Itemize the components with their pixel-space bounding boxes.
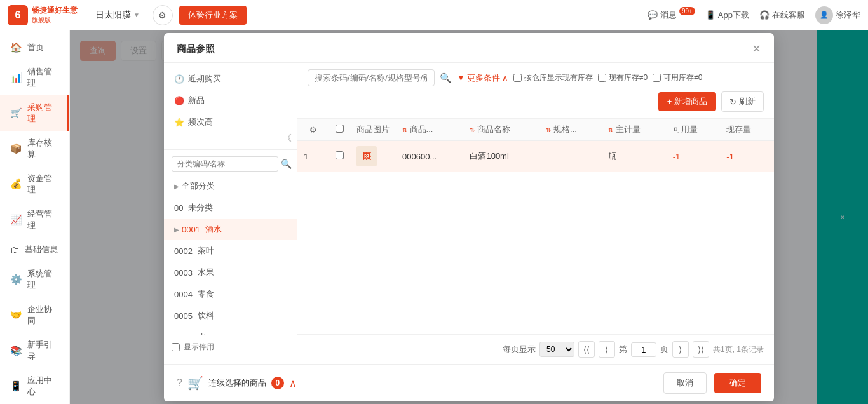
next-page-button[interactable]: ⟩ <box>672 341 689 358</box>
sort-icon-spec: ⇅ <box>546 126 551 133</box>
first-page-button[interactable]: ⟨⟨ <box>578 341 595 358</box>
app-icon: 📱 <box>10 380 22 392</box>
cat-0001-code: 0001 <box>182 225 200 234</box>
new-items-item[interactable]: 🔴 新品 <box>164 90 297 111</box>
sidebar-item-system[interactable]: ⚙️ 系统管理 <box>0 262 69 297</box>
th-checkbox[interactable] <box>329 119 350 141</box>
app-download-button[interactable]: 📱 App下载 <box>705 10 749 21</box>
left-panel-footer: 显示停用 <box>164 335 297 359</box>
category-0001[interactable]: ▶ 0001 酒水 <box>164 219 297 240</box>
add-product-button[interactable]: + 新增商品 <box>658 92 716 111</box>
more-filters-label: 更多条件 <box>467 72 500 84</box>
category-0002[interactable]: 0002 茶叶 <box>164 240 297 262</box>
phone-icon: 📱 <box>705 10 715 20</box>
show-disabled-checkbox[interactable]: 显示停用 <box>172 342 289 353</box>
category-0008[interactable]: 0008 水 <box>164 327 297 335</box>
last-page-button[interactable]: ⟩⟩ <box>693 341 709 358</box>
row-image-cell: 🖼 <box>350 141 396 172</box>
th-code[interactable]: ⇅ 商品... <box>396 119 463 141</box>
finance-icon: 💰 <box>10 178 22 190</box>
frequent-items[interactable]: ⭐ 频次高 <box>164 111 297 133</box>
sidebar-item-app[interactable]: 📱 应用中心 <box>0 368 69 404</box>
help-icon[interactable]: ? <box>177 377 182 389</box>
th-spec[interactable]: ⇅ 规格... <box>539 119 602 141</box>
category-search-button[interactable]: 🔍 <box>281 159 292 169</box>
stock-nonzero-label: 现有库存≠0 <box>609 72 648 83</box>
basic-info-icon: 🗂 <box>10 245 20 255</box>
panel-collapse-icon[interactable]: 《 <box>283 133 292 144</box>
product-search-button[interactable]: 🔍 <box>440 72 452 84</box>
sidebar-item-inventory[interactable]: 📦 库存核算 <box>0 131 69 166</box>
cat-0005-code: 0005 <box>174 311 193 321</box>
dropdown-caret-icon: ▼ <box>133 11 140 18</box>
row-checkbox[interactable] <box>336 151 344 159</box>
sidebar-item-guide[interactable]: 📚 新手引导 <box>0 333 69 368</box>
prev-page-button[interactable]: ⟨ <box>599 341 615 358</box>
cat-0004-code: 0004 <box>174 290 193 299</box>
product-search-input[interactable] <box>308 69 435 86</box>
pagination-bar: 每页显示 50 100 200 ⟨⟨ ⟨ 第 页 ⟩ <box>297 334 774 364</box>
nav-dropdown[interactable]: 日太阳膜 ▼ <box>88 0 147 30</box>
left-panel: 🕐 近期购买 🔴 新品 ⭐ 频次高 《 <box>164 63 297 364</box>
experience-button[interactable]: 体验行业方案 <box>179 6 247 25</box>
category-0004[interactable]: 0004 零食 <box>164 283 297 305</box>
th-name[interactable]: ⇅ 商品名称 <box>463 119 539 141</box>
table-header-row: ⚙ 商品图片 ⇅ 商品... ⇅ <box>297 119 774 141</box>
confirm-button[interactable]: 确定 <box>714 373 761 393</box>
dialog-close-button[interactable]: ✕ <box>752 42 761 56</box>
sidebar-item-finance[interactable]: 💰 资金管理 <box>0 166 69 202</box>
category-all[interactable]: ▶ 全部分类 <box>164 175 297 197</box>
page-number-input[interactable] <box>631 342 656 357</box>
sidebar-label-home: 首页 <box>27 42 44 53</box>
warehouse-checkbox-input[interactable] <box>513 74 522 82</box>
sort-icon-name: ⇅ <box>470 126 475 133</box>
th-unit[interactable]: ⇅ 主计量 <box>602 119 666 141</box>
more-filters-button[interactable]: ▼ 更多条件 ∧ <box>457 72 508 84</box>
per-page-select[interactable]: 50 100 200 <box>539 342 574 357</box>
row-stock: -1 <box>720 141 774 172</box>
show-disabled-input[interactable] <box>172 343 180 351</box>
cancel-button[interactable]: 取消 <box>663 372 707 394</box>
message-icon: 💬 <box>648 10 658 20</box>
refresh-button[interactable]: ↻ 刷新 <box>721 91 764 112</box>
cart-count: 0 <box>271 377 284 389</box>
online-service-button[interactable]: 🎧 在线客服 <box>759 10 805 21</box>
category-all-label: 全部分类 <box>182 180 215 192</box>
warehouse-checkbox[interactable]: 按仓库显示现有库存 <box>513 72 593 83</box>
available-nonzero-input[interactable] <box>653 74 661 82</box>
sidebar-item-basic-info[interactable]: 🗂 基础信息 <box>0 238 69 262</box>
available-nonzero-checkbox[interactable]: 可用库存≠0 <box>653 72 702 83</box>
sidebar-item-home[interactable]: 🏠 首页 <box>0 36 69 60</box>
settings-button[interactable]: ⚙ <box>153 5 173 25</box>
category-0003[interactable]: 0003 水果 <box>164 262 297 283</box>
recent-purchases-item[interactable]: 🕐 近期购买 <box>164 68 297 90</box>
row-spec <box>539 141 602 172</box>
stock-nonzero-checkbox[interactable]: 现有库存≠0 <box>598 72 648 83</box>
available-nonzero-label: 可用库存≠0 <box>663 72 702 83</box>
th-image: 商品图片 <box>350 119 396 141</box>
sidebar-item-operations[interactable]: 📈 经营管理 <box>0 202 69 238</box>
user-area[interactable]: 👤 徐泽华 <box>815 6 860 24</box>
divider <box>164 149 297 150</box>
category-0005[interactable]: 0005 饮料 <box>164 305 297 327</box>
messages-button[interactable]: 💬 消息 99+ <box>648 10 695 21</box>
stock-nonzero-input[interactable] <box>598 74 606 82</box>
category-00[interactable]: 00 未分类 <box>164 197 297 219</box>
sidebar-label-basic-info: 基础信息 <box>25 244 58 255</box>
th-settings[interactable]: ⚙ <box>297 119 329 141</box>
category-search-input[interactable] <box>172 156 278 172</box>
th-available: 可用量 <box>667 119 721 141</box>
cart-collapse-button[interactable]: ∧ <box>289 377 297 389</box>
sidebar-item-sales[interactable]: 📊 销售管理 <box>0 60 69 95</box>
select-all-checkbox[interactable] <box>336 125 344 133</box>
main-layout: 🏠 首页 📊 销售管理 🛒 采购管理 📦 库存核算 💰 资金管理 📈 经营管理 … <box>0 30 868 404</box>
sidebar-item-enterprise[interactable]: 🤝 企业协同 <box>0 297 69 333</box>
row-name: 白酒100ml <box>463 141 539 172</box>
main-content: 查询 设置 刷新 × 商品参照 ✕ <box>70 30 868 404</box>
table-row[interactable]: 1 🖼 000600... 白酒100ml <box>297 141 774 172</box>
cat-00-code: 00 <box>174 203 183 213</box>
row-checkbox-cell[interactable] <box>329 141 350 172</box>
sales-icon: 📊 <box>10 72 22 83</box>
per-page-label: 每页显示 <box>503 344 536 355</box>
sidebar-item-purchase[interactable]: 🛒 采购管理 <box>0 95 69 131</box>
